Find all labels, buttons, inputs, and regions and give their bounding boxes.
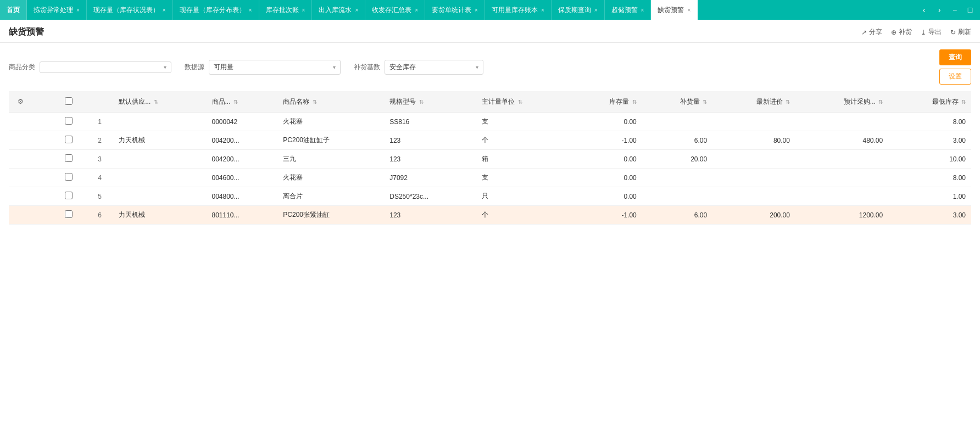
share-action[interactable]: ↗ 分享 <box>861 27 882 37</box>
tab-inout-flow-close[interactable]: × <box>355 7 358 13</box>
row-product-code: 004800... <box>207 187 278 206</box>
tab-batch-account[interactable]: 库存批次账 × <box>259 0 313 20</box>
replenish-action[interactable]: ⊕ 补货 <box>891 27 912 37</box>
select-all-checkbox[interactable] <box>65 97 73 105</box>
tab-receipt-summary[interactable]: 收发存汇总表 × <box>365 0 425 20</box>
tab-inventory-dist-close[interactable]: × <box>249 7 252 13</box>
col-product-name-header[interactable]: 商品名称 ⇅ <box>277 91 384 113</box>
datasource-select[interactable]: 可用量 ▾ <box>209 60 341 75</box>
tab-abnormal-close[interactable]: × <box>76 7 80 13</box>
tab-order-stats-label: 要货单统计表 <box>432 5 471 15</box>
tab-shortage-close[interactable]: × <box>687 7 691 13</box>
row-stock-qty: 0.00 <box>571 169 642 187</box>
query-button[interactable]: 查询 <box>939 49 971 65</box>
est-purchase-sort-icon: ⇅ <box>878 99 883 105</box>
replenish-base-select[interactable]: 安全库存 ▾ <box>385 60 483 75</box>
row-stock-qty: 0.00 <box>571 113 642 131</box>
row-checkbox[interactable] <box>65 210 73 218</box>
row-checkbox[interactable] <box>65 136 73 143</box>
row-supplier <box>113 150 206 169</box>
row-seq: 1 <box>86 113 113 131</box>
row-checkbox-cell[interactable] <box>52 206 86 225</box>
row-checkbox-cell[interactable] <box>52 187 86 206</box>
row-replenish-qty <box>642 169 712 187</box>
column-settings-btn[interactable]: ⚙ <box>14 96 26 108</box>
row-unit: 箱 <box>476 150 571 169</box>
tab-receipt-summary-close[interactable]: × <box>415 7 418 13</box>
row-unit: 支 <box>476 113 571 131</box>
datasource-select-value: 可用量 <box>214 63 233 72</box>
row-checkbox[interactable] <box>65 173 73 181</box>
row-settings-cell <box>9 187 52 206</box>
row-spec: 123 <box>384 206 476 225</box>
tab-order-stats[interactable]: 要货单统计表 × <box>425 0 485 20</box>
tab-receipt-summary-label: 收发存汇总表 <box>372 5 411 15</box>
tab-batch-account-close[interactable]: × <box>302 7 305 13</box>
row-supplier: 力天机械 <box>113 131 206 150</box>
table-row: 4 004600... 火花塞 J7092 支 0.00 8.00 <box>9 169 971 187</box>
row-stock-qty: -1.00 <box>571 206 642 225</box>
row-checkbox-cell[interactable] <box>52 131 86 150</box>
table-row: 6 力天机械 801110... PC200张紧油缸 123 个 -1.00 6… <box>9 206 971 225</box>
row-checkbox[interactable] <box>65 192 73 199</box>
row-product-code: 801110... <box>207 206 278 225</box>
row-checkbox-cell[interactable] <box>52 169 86 187</box>
row-checkbox-cell[interactable] <box>52 113 86 131</box>
col-replenish-qty-header[interactable]: 补货量 ⇅ <box>642 91 712 113</box>
tab-abnormal[interactable]: 拣货异常处理 × <box>27 0 87 20</box>
settings-button[interactable]: 设置 <box>939 69 971 85</box>
tab-order-stats-close[interactable]: × <box>475 7 478 13</box>
tab-inout-flow[interactable]: 出入库流水 × <box>312 0 365 20</box>
row-latest-price <box>712 169 795 187</box>
replenish-label: 补货 <box>899 27 912 37</box>
row-seq: 2 <box>86 131 113 150</box>
share-icon: ↗ <box>861 29 867 36</box>
col-stock-qty-header[interactable]: 库存量 ⇅ <box>571 91 642 113</box>
tab-inventory-status-close[interactable]: × <box>163 7 166 13</box>
row-checkbox-cell[interactable] <box>52 150 86 169</box>
col-est-purchase-header[interactable]: 预计采购... ⇅ <box>795 91 888 113</box>
refresh-icon: ↻ <box>950 29 956 36</box>
col-latest-price-header[interactable]: 最新进价 ⇅ <box>712 91 795 113</box>
row-product-code: 004200... <box>207 131 278 150</box>
col-product-code-header[interactable]: 商品... ⇅ <box>207 91 278 113</box>
tab-inventory-dist[interactable]: 现存量（库存分布表） × <box>173 0 259 20</box>
tab-expiry-query-close[interactable]: × <box>594 7 598 13</box>
col-spec-header[interactable]: 规格型号 ⇅ <box>384 91 476 113</box>
replenish-icon: ⊕ <box>891 29 897 36</box>
row-min-stock: 8.00 <box>888 169 971 187</box>
nav-maximize-btn[interactable]: □ <box>962 2 978 18</box>
tab-abnormal-label: 拣货异常处理 <box>34 5 73 15</box>
refresh-label: 刷新 <box>958 27 971 37</box>
row-latest-price: 80.00 <box>712 131 795 150</box>
nav-next-btn[interactable]: › <box>932 2 947 18</box>
tab-home[interactable]: 首页 <box>0 0 27 20</box>
row-product-name: PC200张紧油缸 <box>277 206 384 225</box>
row-est-purchase <box>795 150 888 169</box>
row-checkbox[interactable] <box>65 154 73 162</box>
replenish-base-filter-item: 补货基数 安全库存 ▾ <box>354 60 483 75</box>
row-settings-cell <box>9 206 52 225</box>
col-checkbox-header <box>52 91 86 113</box>
export-action[interactable]: ⤓ 导出 <box>921 27 942 37</box>
min-stock-sort-icon: ⇅ <box>961 99 966 105</box>
nav-minimize-btn[interactable]: − <box>947 2 962 18</box>
nav-prev-btn[interactable]: ‹ <box>916 2 932 18</box>
tab-overstock[interactable]: 超储预警 × <box>605 0 652 20</box>
page-header: 缺货预警 ↗ 分享 ⊕ 补货 ⤓ 导出 ↻ 刷新 <box>0 20 980 43</box>
tab-shortage[interactable]: 缺货预警 × <box>651 0 698 20</box>
col-supplier-header[interactable]: 默认供应... ⇅ <box>113 91 206 113</box>
row-est-purchase <box>795 187 888 206</box>
tab-overstock-close[interactable]: × <box>641 7 644 13</box>
row-checkbox[interactable] <box>65 117 73 125</box>
row-supplier <box>113 187 206 206</box>
tab-inventory-status[interactable]: 现存量（库存状况表） × <box>87 0 173 20</box>
refresh-action[interactable]: ↻ 刷新 <box>950 27 971 37</box>
col-unit-header[interactable]: 主计量单位 ⇅ <box>476 91 571 113</box>
tab-available-ledger-close[interactable]: × <box>541 7 544 13</box>
tab-expiry-query[interactable]: 保质期查询 × <box>552 0 605 20</box>
row-spec: SS816 <box>384 113 476 131</box>
tab-available-ledger[interactable]: 可用量库存账本 × <box>485 0 552 20</box>
col-min-stock-header[interactable]: 最低库存 ⇅ <box>888 91 971 113</box>
category-select[interactable]: ▾ <box>40 61 171 73</box>
